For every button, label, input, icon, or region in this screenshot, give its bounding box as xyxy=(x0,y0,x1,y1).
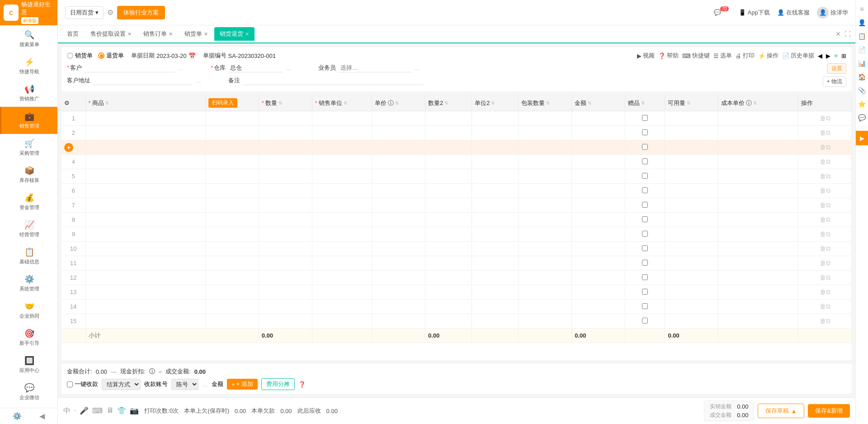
gift-checkbox[interactable] xyxy=(642,158,648,164)
gift-checkbox[interactable] xyxy=(642,187,648,193)
save-draft-btn[interactable]: 保存草稿 ▲ xyxy=(758,404,804,418)
gift-checkbox[interactable] xyxy=(642,216,648,222)
delete-row-icon[interactable]: 🗑 xyxy=(820,303,826,310)
price-sort-icon[interactable]: ⇅ xyxy=(395,100,399,105)
close-tab-icon[interactable]: ✕ xyxy=(835,29,842,38)
right-icon-4[interactable]: 📄 xyxy=(856,44,868,55)
video-btn[interactable]: ▶ 视频 xyxy=(637,52,655,60)
add-payment-btn[interactable]: + + 添加 xyxy=(227,379,258,390)
gift-checkbox[interactable] xyxy=(642,202,648,208)
maximize-icon[interactable]: ⛶ xyxy=(844,29,852,38)
delete-row-icon[interactable]: 🗑 xyxy=(820,201,826,209)
sidebar-item-inventory[interactable]: 📦 库存核算 xyxy=(0,161,57,188)
history-btn[interactable]: 📄 历史单据 xyxy=(782,52,814,60)
qty-sort-icon[interactable]: ⇅ xyxy=(278,100,282,105)
unit-sort-icon[interactable]: ⇅ xyxy=(344,100,347,105)
one-click-payment-checkbox[interactable]: 一键收款 xyxy=(67,380,98,388)
sidebar-item-purchase[interactable]: 🛒 采购管理 xyxy=(0,134,57,161)
copy-row-icon[interactable]: ⧉ xyxy=(826,245,830,252)
sidebar-item-marketing[interactable]: 📢 营销推广 xyxy=(0,80,57,107)
delete-row-icon[interactable]: 🗑 xyxy=(820,143,826,151)
copy-row-icon[interactable]: ⧉ xyxy=(826,158,830,165)
right-icon-3[interactable]: 📋 xyxy=(856,31,868,42)
product-input[interactable] xyxy=(89,144,203,151)
gift-checkbox[interactable] xyxy=(642,303,648,309)
close-sales-order-icon[interactable]: ✕ xyxy=(169,31,173,37)
delete-row-icon[interactable]: 🗑 xyxy=(820,317,826,324)
add-row-btn[interactable]: + xyxy=(64,143,73,152)
delete-row-icon[interactable]: 🗑 xyxy=(820,129,826,136)
account-select[interactable]: 陈号 xyxy=(171,379,198,390)
fee-split-btn[interactable]: 费用分摊 xyxy=(261,378,295,390)
gift-checkbox[interactable] xyxy=(642,274,648,280)
sidebar-item-shortcut[interactable]: ⚡ 快捷导航 xyxy=(0,52,57,80)
experience-btn[interactable]: 体验行业方案 xyxy=(117,6,165,19)
right-icon-2[interactable]: 👤 xyxy=(856,17,868,28)
delete-row-icon[interactable]: 🗑 xyxy=(820,216,826,223)
amount-sort-icon[interactable]: ⇅ xyxy=(588,100,591,105)
sidebar-item-guide[interactable]: 🎯 新手引导 xyxy=(0,324,57,351)
cost-sort-icon[interactable]: ⇅ xyxy=(753,100,757,105)
salesperson-input[interactable] xyxy=(339,63,411,72)
tab-sales-delivery[interactable]: 销货单 ✕ xyxy=(179,27,213,41)
gift-checkbox[interactable] xyxy=(642,115,648,121)
sidebar-item-search[interactable]: 🔍 搜索菜单 xyxy=(0,25,57,52)
account-dots[interactable]: … xyxy=(202,381,208,388)
right-icon-5[interactable]: 📊 xyxy=(856,58,868,69)
print-btn[interactable]: 🖨 打印 xyxy=(736,52,755,60)
logistics-btn[interactable]: + 物流 xyxy=(823,76,846,87)
delete-row-icon[interactable]: 🗑 xyxy=(820,172,826,180)
help-btn[interactable]: ❓ 帮助 xyxy=(658,52,679,60)
collapse-icon[interactable]: ◀ xyxy=(39,412,45,420)
close-sales-return-icon[interactable]: ✕ xyxy=(245,31,249,37)
gift-checkbox[interactable] xyxy=(642,289,648,295)
radio-sales-return[interactable]: 退货单 xyxy=(98,52,124,60)
delete-row-icon[interactable]: 🗑 xyxy=(820,114,826,122)
shortcut-btn[interactable]: ⌨ 快捷键 xyxy=(682,52,710,60)
customer-dots[interactable]: … xyxy=(178,65,184,71)
unit2-sort-icon[interactable]: ⇅ xyxy=(491,100,495,105)
close-price-settings-icon[interactable]: ✕ xyxy=(127,31,132,37)
scan-btn[interactable]: 扫码录入 xyxy=(208,98,237,108)
select-btn[interactable]: ☰ 选单 xyxy=(713,52,732,60)
grid-view-icon[interactable]: ⊞ xyxy=(841,52,846,59)
sidebar-item-apps[interactable]: 🔲 应用中心 xyxy=(0,351,57,378)
address-input[interactable] xyxy=(93,76,193,85)
sidebar-item-base[interactable]: 📋 基础信息 xyxy=(0,243,57,270)
warehouse-dots[interactable]: … xyxy=(285,65,291,71)
qty2-sort-icon[interactable]: ⇅ xyxy=(444,100,448,105)
gift-checkbox[interactable] xyxy=(642,245,648,251)
gift-checkbox[interactable] xyxy=(642,144,648,150)
pkg-sort-icon[interactable]: ⇅ xyxy=(546,100,550,105)
list-view-icon[interactable]: ≡ xyxy=(834,52,838,59)
sidebar-item-wechat[interactable]: 💬 企业微信 xyxy=(0,378,57,405)
gift-checkbox[interactable] xyxy=(642,231,648,237)
warehouse-input[interactable] xyxy=(228,63,283,72)
delete-row-icon[interactable]: 🗑 xyxy=(820,187,826,194)
app-download-btn[interactable]: 📱 App下载 xyxy=(739,9,770,17)
operate-btn[interactable]: ⚡ 操作 xyxy=(758,52,778,60)
settlement-method-select[interactable]: 结算方式 xyxy=(102,379,141,390)
table-container[interactable]: ⚙ 商品 ⇅ 扫码录入 xyxy=(61,95,852,360)
salesperson-dots[interactable]: … xyxy=(414,65,420,71)
avail-sort-icon[interactable]: ⇅ xyxy=(687,100,690,105)
remark-input[interactable] xyxy=(243,76,424,85)
customer-input[interactable] xyxy=(85,63,175,72)
copy-row-icon[interactable]: ⧉ xyxy=(826,129,830,136)
copy-row-icon[interactable]: ⧉ xyxy=(826,187,830,194)
one-click-checkbox[interactable] xyxy=(67,381,73,387)
message-btn[interactable]: 💬 70 xyxy=(714,9,731,16)
sidebar-item-finance[interactable]: 💰 资金管理 xyxy=(0,188,57,215)
delete-row-icon[interactable]: 🗑 xyxy=(820,288,826,295)
copy-row-icon[interactable]: ⧉ xyxy=(826,274,830,281)
tab-sales-return[interactable]: 销货退货 ✕ xyxy=(214,27,255,41)
copy-row-icon[interactable]: ⧉ xyxy=(826,114,830,122)
delete-row-icon[interactable]: 🗑 xyxy=(820,259,826,267)
right-icon-9[interactable]: 💬 xyxy=(856,112,868,123)
settings-gear-icon[interactable]: ⚙ xyxy=(107,8,113,17)
tab-sales-order[interactable]: 销售订单 ✕ xyxy=(138,27,178,41)
tab-home[interactable]: 首页 xyxy=(61,27,84,41)
address-dots[interactable]: … xyxy=(195,77,201,84)
calendar-icon[interactable]: 📅 xyxy=(189,52,196,59)
industry-dropdown[interactable]: 日用百货 ▾ xyxy=(65,6,104,19)
